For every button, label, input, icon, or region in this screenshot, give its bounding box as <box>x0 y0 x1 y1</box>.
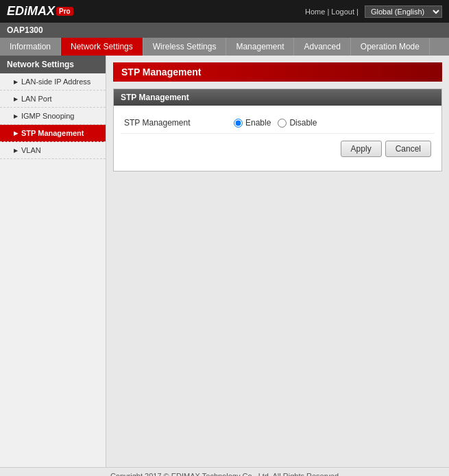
sidebar-item-vlan[interactable]: VLAN <box>0 142 106 159</box>
inner-panel-title: STP Management <box>114 89 441 106</box>
sidebar-item-stp-management[interactable]: STP Management <box>0 125 106 142</box>
sidebar-title: Network Settings <box>0 56 106 73</box>
inner-panel-body: STP Management Enable Disable Apply <box>114 106 441 171</box>
main-layout: Network Settings LAN-side IP Address LAN… <box>0 56 449 467</box>
tab-wireless-settings[interactable]: Wireless Settings <box>143 38 227 56</box>
disable-label: Disable <box>289 118 317 128</box>
tab-information[interactable]: Information <box>0 38 61 56</box>
device-bar: OAP1300 <box>0 23 449 38</box>
device-name: OAP1300 <box>7 25 43 35</box>
disable-radio-label[interactable]: Disable <box>278 118 317 128</box>
enable-radio[interactable] <box>234 119 243 128</box>
logo-pro-badge: Pro <box>56 7 73 16</box>
tab-management[interactable]: Management <box>226 38 294 56</box>
page-title: STP Management <box>113 62 442 82</box>
content-area: STP Management STP Management STP Manage… <box>106 56 449 467</box>
language-select[interactable]: Global (English) Global (Chinese) <box>365 5 442 18</box>
logo-text: EDiMAX <box>7 4 55 19</box>
separator2: | <box>356 8 361 16</box>
nav-tabs: Information Network Settings Wireless Se… <box>0 38 449 56</box>
tab-advanced[interactable]: Advanced <box>294 38 350 56</box>
footer-text: Copyright 2017 © EDIMAX Technology Co., … <box>110 472 339 476</box>
stp-management-label: STP Management <box>124 118 234 128</box>
sidebar-item-igmp-snooping[interactable]: IGMP Snooping <box>0 108 106 125</box>
tab-operation-mode[interactable]: Operation Mode <box>351 38 430 56</box>
home-link[interactable]: Home <box>305 8 325 16</box>
enable-label: Enable <box>245 118 271 128</box>
header: EDiMAX Pro Home | Logout | Global (Engli… <box>0 0 449 23</box>
cancel-button[interactable]: Cancel <box>385 141 431 157</box>
sidebar-item-lan-port[interactable]: LAN Port <box>0 91 106 108</box>
stp-management-row: STP Management Enable Disable <box>121 112 435 134</box>
enable-radio-label[interactable]: Enable <box>234 118 271 128</box>
sidebar-item-lan-ip[interactable]: LAN-side IP Address <box>0 73 106 91</box>
inner-panel: STP Management STP Management Enable Dis… <box>113 88 442 171</box>
footer: Copyright 2017 © EDIMAX Technology Co., … <box>0 467 449 476</box>
tab-network-settings[interactable]: Network Settings <box>61 38 143 56</box>
logout-link[interactable]: Logout <box>331 8 354 16</box>
button-row: Apply Cancel <box>121 134 435 164</box>
sidebar: Network Settings LAN-side IP Address LAN… <box>0 56 106 467</box>
stp-management-controls: Enable Disable <box>234 118 317 128</box>
disable-radio[interactable] <box>278 119 287 128</box>
logo: EDiMAX Pro <box>7 4 73 19</box>
header-links: Home | Logout | Global (English) Global … <box>305 5 442 18</box>
apply-button[interactable]: Apply <box>341 141 382 157</box>
